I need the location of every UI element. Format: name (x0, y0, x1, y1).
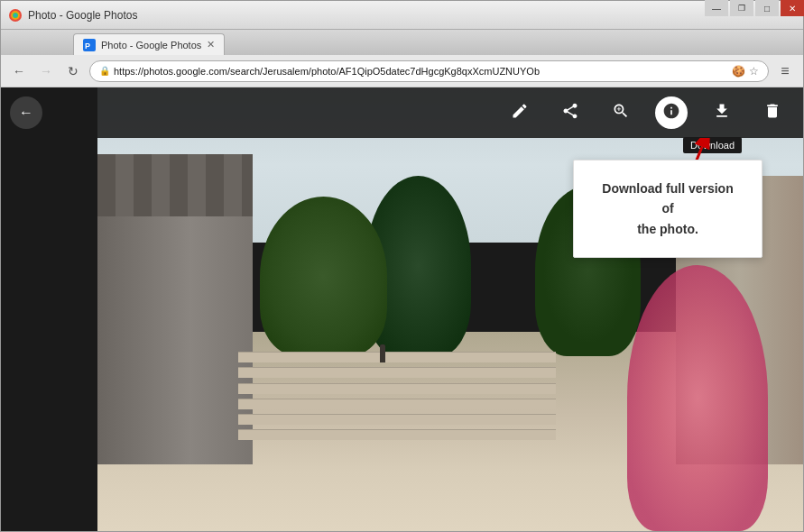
active-tab[interactable]: P Photo - Google Photos ✕ (73, 33, 225, 55)
step-6 (238, 429, 556, 440)
share-button[interactable] (554, 96, 587, 129)
step-1 (238, 352, 556, 362)
svg-point-3 (14, 14, 17, 16)
tab-label: Photo - Google Photos (101, 40, 201, 50)
chrome-menu-button[interactable]: ≡ (774, 60, 796, 82)
popup-text-line2: the photo. (637, 222, 698, 236)
address-bar: ← → ↻ 🔒 https://photos.google.com/search… (1, 55, 803, 87)
minimize-button[interactable]: — (705, 0, 728, 16)
refresh-button[interactable]: ↻ (62, 60, 84, 82)
maximize-button[interactable]: □ (755, 0, 779, 16)
zoom-button[interactable] (605, 96, 637, 129)
edit-button[interactable] (504, 96, 536, 129)
info-icon (662, 102, 680, 124)
step-4 (238, 399, 556, 409)
tab-bar: P Photo - Google Photos ✕ (1, 30, 803, 55)
steps (238, 332, 556, 443)
svg-text:P: P (85, 41, 90, 50)
delete-button[interactable] (756, 96, 789, 129)
back-nav-button[interactable]: ← (8, 60, 30, 82)
download-button[interactable] (706, 96, 738, 129)
left-panel: ← (1, 87, 97, 531)
info-button[interactable] (655, 96, 688, 129)
step-2 (238, 367, 556, 378)
restore-button[interactable]: ❐ (730, 0, 753, 16)
window-title: Photo - Google Photos (28, 9, 796, 22)
tab-close-button[interactable]: ✕ (207, 39, 215, 50)
popup-box: Download full version of the photo. (573, 160, 762, 258)
person-silhouette (380, 344, 385, 362)
browser-window: Photo - Google Photos — ❐ □ ✕ P Photo - … (0, 0, 804, 532)
main-content: ← (1, 87, 803, 531)
download-info-popup: Download full version of the photo. (573, 160, 762, 258)
titlebar: Photo - Google Photos — ❐ □ ✕ (1, 1, 803, 30)
url-text: https://photos.google.com/search/Jerusal… (114, 66, 728, 77)
tab-favicon: P (83, 39, 96, 51)
flowers (627, 265, 768, 531)
back-arrow-icon: ← (19, 105, 33, 121)
forward-nav-button[interactable]: → (35, 60, 57, 82)
photo-area: Download Download full version of (97, 87, 803, 531)
download-icon (713, 102, 731, 124)
ssl-lock-icon: 🔒 (99, 66, 110, 76)
share-icon (561, 102, 579, 124)
zoom-icon (612, 102, 630, 124)
browser-icon (8, 8, 23, 23)
address-bar-icons: 🍪 ☆ (732, 65, 759, 78)
left-tower (97, 154, 253, 464)
step-3 (238, 383, 556, 394)
cookie-icon[interactable]: 🍪 (732, 65, 745, 78)
photo-toolbar (97, 87, 803, 138)
edit-icon (511, 102, 529, 124)
close-button[interactable]: ✕ (781, 0, 804, 16)
window-controls: — ❐ □ ✕ (705, 0, 804, 16)
photo-back-button[interactable]: ← (10, 96, 42, 129)
step-5 (238, 414, 556, 425)
delete-icon (763, 102, 781, 124)
popup-text-line1: Download full version of (602, 181, 733, 216)
bookmark-icon[interactable]: ☆ (749, 65, 759, 78)
address-field[interactable]: 🔒 https://photos.google.com/search/Jerus… (89, 60, 769, 82)
